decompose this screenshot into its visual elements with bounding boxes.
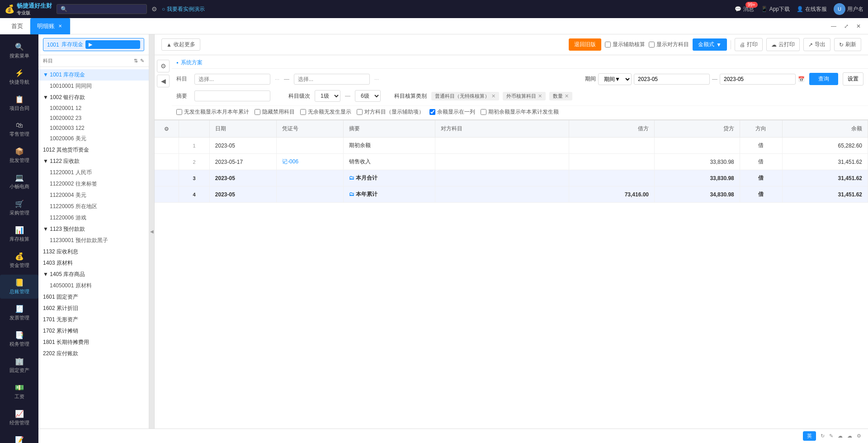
tree-item-1123[interactable]: ▼ 1123 预付款款 <box>38 224 149 235</box>
no-balance2-checkbox[interactable]: 无余额无发生显示 <box>300 108 351 116</box>
filter-settings-icon-btn[interactable]: ⚙ <box>157 60 170 72</box>
account-add-icon[interactable]: ✎ <box>140 58 144 64</box>
status-icon-2[interactable]: ✎ <box>829 433 833 439</box>
message-btn[interactable]: 💬 消息 99+ <box>735 5 754 13</box>
sidebar-item-xchang-sales[interactable]: 📝 小畅报销 <box>0 432 38 443</box>
tree-item-1012[interactable]: 1012 其他货币资金 <box>38 144 149 156</box>
tree-item-1801[interactable]: 1801 长期待摊费用 <box>38 337 149 348</box>
level-start-select[interactable]: 1级 <box>315 90 340 102</box>
panel-toggle[interactable]: ◀ <box>149 34 155 429</box>
account-navigate-btn[interactable]: ▶ <box>85 40 140 49</box>
sidebar-item-fixed-assets[interactable]: 🏢 固定资产 <box>0 353 38 377</box>
tree-item-1122[interactable]: ▼ 1122 应收款 <box>38 156 149 167</box>
voucher-link[interactable]: 记-006 <box>282 158 298 165</box>
lang-btn[interactable]: 英 <box>803 431 816 441</box>
sidebar-item-accounting[interactable]: 📒 总账管理 <box>0 275 38 299</box>
sidebar-item-purchase[interactable]: 🛒 采购管理 <box>0 196 38 220</box>
level-end-select[interactable]: 6级 <box>355 90 381 102</box>
tree-item-10010001[interactable]: 10010001 同同同 <box>38 81 149 92</box>
collapse-btn[interactable]: ▲ 收起更多 <box>161 38 200 51</box>
balance-one-col-checkbox[interactable]: 余额显示在一列 <box>429 108 475 116</box>
sidebar-item-inventory[interactable]: 📊 库存核算 <box>0 222 38 246</box>
tree-item-1405[interactable]: ▼ 1405 库存商品 <box>38 269 149 280</box>
tree-item-1132[interactable]: 1132 应收利息 <box>38 246 149 257</box>
row-settings-btn[interactable] <box>155 138 179 154</box>
account-sort-icon[interactable]: ⇅ <box>134 58 138 64</box>
tree-item-1701[interactable]: 1701 无形资产 <box>38 314 149 325</box>
refresh-btn[interactable]: ↻ 刷新 <box>834 38 861 51</box>
tree-item-1602[interactable]: 1602 累计折旧 <box>38 303 149 314</box>
status-icon-1[interactable]: ↻ <box>821 433 825 439</box>
tab-home[interactable]: 首页 <box>5 18 30 34</box>
tree-item-14050001[interactable]: 14050001 原材料 <box>38 280 149 291</box>
sidebar-item-search[interactable]: 🔍 搜索菜单 <box>0 39 38 63</box>
tree-item-1001[interactable]: ▼ 1001 库存现金 <box>38 69 149 81</box>
show-opposite-account-checkbox[interactable]: 显示对方科目 <box>649 41 689 48</box>
row-settings-btn[interactable] <box>155 154 179 170</box>
sidebar-item-finance[interactable]: 💰 资金管理 <box>0 248 38 272</box>
tree-item-11220001[interactable]: 11220001 人民币 <box>38 167 149 178</box>
show-opposite-input[interactable] <box>357 109 363 115</box>
tree-item-1702[interactable]: 1702 累计摊销 <box>38 325 149 337</box>
account-filter-input2[interactable] <box>294 74 370 85</box>
tree-item-10020003[interactable]: 10020003 122 <box>38 123 149 133</box>
tab-detail[interactable]: 明细账 ✕ <box>30 18 71 34</box>
no-balance-input[interactable] <box>176 109 182 115</box>
system-scheme-btn[interactable]: ● 系统方案 <box>176 59 203 67</box>
status-icon-5[interactable]: ⚙ <box>857 433 861 439</box>
tab-close-all-btn[interactable]: ✕ <box>854 22 863 31</box>
show-aux-account-checkbox[interactable]: 显示辅助核算 <box>605 41 645 48</box>
tree-item-11230001[interactable]: 11230001 预付款款黑子 <box>38 235 149 246</box>
hide-disabled-input[interactable] <box>255 109 260 115</box>
tab-detail-close[interactable]: ✕ <box>57 23 63 29</box>
online-service-btn[interactable]: 👤 在线客服 <box>797 5 827 13</box>
sidebar-item-quick-nav[interactable]: ⚡ 快捷导航 <box>0 65 38 89</box>
calendar-icon[interactable]: 📅 <box>798 76 805 82</box>
app-download-btn[interactable]: 📱 App下载 <box>761 5 790 13</box>
tree-item-1601[interactable]: 1601 固定资产 <box>38 291 149 303</box>
demo-link[interactable]: ○ 我要看实例演示 <box>162 5 205 13</box>
tab-minimize-btn[interactable]: — <box>828 22 839 31</box>
period-start-input[interactable] <box>634 74 710 85</box>
quantity-tag-remove[interactable]: ✕ <box>565 93 569 99</box>
sidebar-item-tax[interactable]: 📑 税务管理 <box>0 327 38 351</box>
show-opposite-checkbox[interactable]: 对方科目（显示辅助项） <box>357 108 424 116</box>
show-aux-account-input[interactable] <box>605 42 611 48</box>
tree-item-11220005[interactable]: 11220005 所在地区 <box>38 201 149 212</box>
settings-icon[interactable]: ⚙ <box>151 5 157 13</box>
account-selected[interactable]: 1001 库存现金 ▶ <box>43 38 144 51</box>
sidebar-item-project[interactable]: 📋 项目合同 <box>0 91 38 115</box>
setting-btn[interactable]: 设置 <box>843 72 863 86</box>
period-select[interactable]: 期间▼ <box>598 73 632 85</box>
no-balance2-input[interactable] <box>300 109 306 115</box>
period-end-input[interactable] <box>720 74 796 85</box>
export-btn[interactable]: ↗ 导出 <box>803 38 830 51</box>
top-search-input[interactable] <box>70 6 143 12</box>
col-settings[interactable]: ⚙ <box>155 120 179 138</box>
tree-item-1002[interactable]: ▼ 1002 银行存款 <box>38 92 149 103</box>
hide-disabled-checkbox[interactable]: 隐藏禁用科目 <box>255 108 295 116</box>
sidebar-item-retail[interactable]: 🛍 零售管理 <box>0 118 38 141</box>
row-settings-btn[interactable] <box>155 170 179 186</box>
show-opposite-account-input[interactable] <box>649 42 655 48</box>
account-filter-input[interactable] <box>194 74 270 85</box>
filter-collapse-icon-btn[interactable]: ◀ <box>157 75 170 87</box>
balance-one-col-input[interactable] <box>429 109 435 115</box>
sidebar-item-ecommerce[interactable]: 💻 小畅电商 <box>0 170 38 194</box>
tree-item-2202[interactable]: 2202 应付账款 <box>38 348 149 359</box>
query-btn[interactable]: 查询 <box>809 73 838 85</box>
sidebar-item-salary[interactable]: 💵 工资 <box>0 380 38 404</box>
tree-item-10020006[interactable]: 10020006 美元 <box>38 133 149 144</box>
status-icon-3[interactable]: ☁ <box>838 433 843 439</box>
back-to-old-btn[interactable]: 退回旧版 <box>569 38 601 51</box>
sidebar-item-wholesale[interactable]: 📦 批发管理 <box>0 143 38 167</box>
opening-annual-input[interactable] <box>481 109 486 115</box>
print-btn[interactable]: 🖨 打印 <box>735 38 763 51</box>
tree-item-10020001[interactable]: 10020001 12 <box>38 103 149 113</box>
status-icon-4[interactable]: ☁ <box>847 433 852 439</box>
opening-annual-checkbox[interactable]: 期初余额显示年本累计发生额 <box>481 108 559 116</box>
sidebar-item-invoice[interactable]: 🧾 发票管理 <box>0 301 38 325</box>
currency-btn[interactable]: 金额式 ▼ <box>693 38 727 51</box>
tree-item-11220002[interactable]: 11220002 往来标签 <box>38 178 149 190</box>
tree-item-1403[interactable]: 1403 原材料 <box>38 257 149 269</box>
